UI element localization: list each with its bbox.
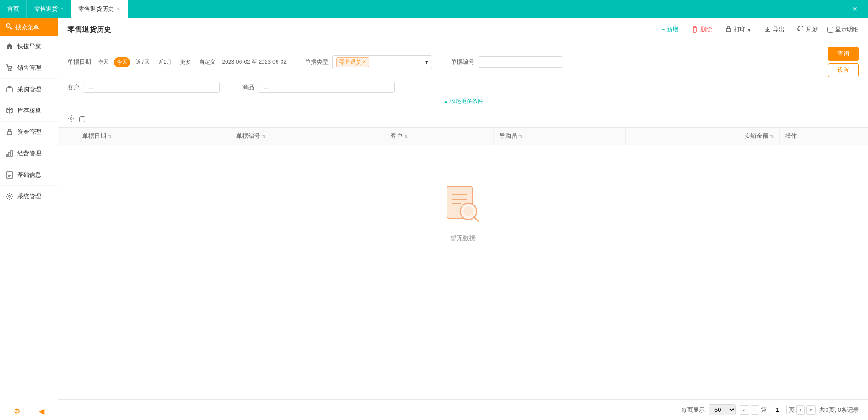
sidebar-collapse-button[interactable]: ◀ bbox=[39, 407, 44, 415]
table-header: 单据日期 ⇅ 单据编号 ⇅ 客户 bbox=[58, 128, 868, 145]
date-range-display: 2023-06-02 至 2023-06-02 bbox=[222, 58, 286, 66]
col-number-sort-icon[interactable]: ⇅ bbox=[262, 134, 266, 139]
shortcut-yesterday[interactable]: 昨天 bbox=[95, 57, 111, 67]
show-detail-checkbox-label[interactable]: 显示明细 bbox=[827, 26, 859, 34]
sidebar-item-basic[interactable]: 基础信息 bbox=[0, 164, 58, 186]
sidebar-item-inventory[interactable]: 库存核算 bbox=[0, 100, 58, 122]
print-dropdown-icon[interactable]: ▾ bbox=[748, 26, 751, 33]
header-actions: + 新增 删除 打印 ▾ 导出 刷新 bbox=[658, 24, 859, 36]
shortcut-7days[interactable]: 近7天 bbox=[133, 57, 153, 67]
tabs-container: 首页 零售退货 × 零售退货历史 × bbox=[0, 0, 848, 18]
shortcut-today[interactable]: 今天 bbox=[114, 57, 130, 67]
page-size-select[interactable]: 50 20 100 bbox=[709, 404, 736, 415]
query-settings-group: 查询 设置 bbox=[828, 47, 859, 77]
svg-point-15 bbox=[70, 118, 72, 119]
sidebar-item-quick-nav[interactable]: 快捷导航 bbox=[0, 36, 58, 57]
customer-select[interactable]: ... bbox=[83, 82, 220, 93]
print-icon bbox=[725, 26, 732, 33]
column-settings-icon bbox=[67, 115, 75, 122]
export-button[interactable]: 导出 bbox=[760, 24, 788, 36]
sidebar-item-sales[interactable]: 销售管理 bbox=[0, 57, 58, 79]
sidebar-item-operations[interactable]: 经营管理 bbox=[0, 143, 58, 164]
tab-home[interactable]: 首页 bbox=[0, 0, 27, 18]
last-page-button[interactable]: » bbox=[806, 405, 816, 415]
page-number-input[interactable] bbox=[769, 405, 787, 415]
export-icon bbox=[764, 26, 771, 33]
voucher-number-filter: 单据编号 bbox=[451, 56, 563, 68]
col-customer-sort-icon[interactable]: ⇅ bbox=[404, 134, 408, 139]
new-button[interactable]: + 新增 bbox=[658, 24, 682, 36]
page-nav: « ‹ 第 页 › » bbox=[740, 405, 816, 415]
customer-filter: 客户 ... bbox=[67, 82, 220, 93]
search-menu-button[interactable]: 搜索菜单 bbox=[0, 18, 58, 36]
settings-icon bbox=[5, 192, 14, 200]
col-customer: 客户 ⇅ bbox=[385, 128, 493, 145]
cart-icon bbox=[5, 64, 14, 72]
col-amount-sort-icon[interactable]: ⇅ bbox=[770, 134, 774, 139]
sidebar-item-system[interactable]: 系统管理 bbox=[0, 186, 58, 207]
col-guide-sort-icon[interactable]: ⇅ bbox=[519, 134, 523, 139]
tab-retail-return-history[interactable]: 零售退货历史 × bbox=[71, 0, 127, 18]
svg-point-21 bbox=[463, 206, 473, 216]
info-icon bbox=[5, 171, 14, 179]
filter-row-2: 客户 ... 商品 ... bbox=[67, 82, 859, 93]
tab-retail-return[interactable]: 零售退货 × bbox=[27, 0, 71, 18]
next-page-button[interactable]: › bbox=[796, 405, 805, 415]
shortcut-more[interactable]: 更多 bbox=[177, 57, 194, 67]
tab-retail-return-history-close[interactable]: × bbox=[117, 6, 119, 12]
delete-icon bbox=[691, 26, 699, 33]
table-body: 暂无数据 bbox=[58, 145, 868, 279]
voucher-type-select[interactable]: 零售退货 × ▾ bbox=[332, 55, 432, 69]
customer-label: 客户 bbox=[67, 83, 79, 92]
sidebar-settings-button[interactable]: ⚙ bbox=[14, 407, 20, 415]
search-icon bbox=[5, 23, 13, 31]
col-date: 单据日期 ⇅ bbox=[77, 128, 231, 145]
col-number: 单据编号 ⇅ bbox=[231, 128, 385, 145]
refresh-button[interactable]: 刷新 bbox=[794, 24, 822, 36]
voucher-type-tag-close[interactable]: × bbox=[363, 59, 366, 65]
col-amount: 实销金额 ⇅ bbox=[626, 128, 780, 145]
lock-icon bbox=[5, 128, 14, 136]
window-close-button[interactable]: × bbox=[848, 5, 861, 14]
voucher-number-input[interactable] bbox=[478, 56, 563, 68]
shortcut-1month[interactable]: 近1月 bbox=[155, 57, 175, 67]
sidebar: 搜索菜单 快捷导航 销售管理 采购管理 bbox=[0, 18, 58, 420]
first-page-button[interactable]: « bbox=[740, 405, 749, 415]
column-settings-button[interactable] bbox=[67, 115, 75, 123]
svg-rect-4 bbox=[7, 88, 12, 92]
svg-line-22 bbox=[474, 217, 478, 221]
voucher-type-filter: 单据类型 零售退货 × ▾ bbox=[305, 55, 432, 69]
col-date-sort-icon[interactable]: ⇅ bbox=[108, 134, 112, 139]
voucher-number-label: 单据编号 bbox=[451, 58, 474, 66]
print-button[interactable]: 打印 ▾ bbox=[721, 24, 755, 36]
home-icon bbox=[5, 42, 14, 51]
sidebar-item-finance[interactable]: 资金管理 bbox=[0, 122, 58, 143]
main-layout: 搜索菜单 快捷导航 销售管理 采购管理 bbox=[0, 18, 868, 420]
goods-select[interactable]: ... bbox=[258, 82, 395, 93]
query-button[interactable]: 查询 bbox=[828, 47, 859, 61]
table-container: 单据日期 ⇅ 单据编号 ⇅ 客户 bbox=[58, 128, 868, 399]
collapse-button[interactable]: ▲ 收起更多条件 bbox=[443, 97, 483, 105]
prev-page-button[interactable]: ‹ bbox=[751, 405, 759, 415]
collapse-up-icon: ▲ bbox=[443, 98, 449, 105]
delete-button[interactable]: 删除 bbox=[688, 24, 716, 36]
nav-items: 快捷导航 销售管理 采购管理 库存核算 bbox=[0, 36, 58, 402]
empty-row: 暂无数据 bbox=[58, 145, 868, 279]
svg-line-1 bbox=[10, 27, 12, 30]
show-detail-checkbox[interactable] bbox=[827, 27, 833, 33]
content-area: 零售退货历史 + 新增 删除 打印 ▾ 导出 bbox=[58, 18, 868, 420]
select-all-checkbox[interactable] bbox=[79, 116, 85, 122]
col-action: 操作 bbox=[780, 128, 868, 145]
col-checkbox bbox=[58, 128, 77, 145]
svg-rect-5 bbox=[7, 132, 12, 135]
top-bar: 首页 零售退货 × 零售退货历史 × × bbox=[0, 0, 868, 18]
data-table: 单据日期 ⇅ 单据编号 ⇅ 客户 bbox=[58, 128, 868, 279]
shortcut-custom[interactable]: 自定义 bbox=[196, 57, 218, 67]
settings-button[interactable]: 设置 bbox=[828, 63, 859, 77]
empty-icon bbox=[440, 182, 486, 229]
sidebar-item-purchase[interactable]: 采购管理 bbox=[0, 79, 58, 100]
voucher-type-dropdown-icon[interactable]: ▾ bbox=[425, 59, 428, 66]
goods-label: 商品 bbox=[242, 83, 254, 92]
tab-retail-return-close[interactable]: × bbox=[61, 6, 63, 12]
svg-point-3 bbox=[10, 70, 11, 71]
